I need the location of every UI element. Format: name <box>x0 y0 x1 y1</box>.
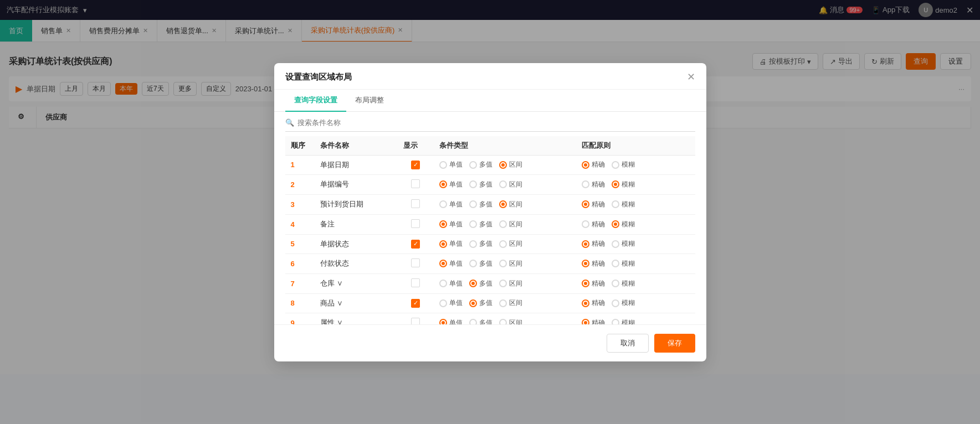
radio-button[interactable] <box>469 180 477 188</box>
type-radio-label[interactable]: 多值 <box>469 279 492 288</box>
radio-button[interactable] <box>582 260 589 267</box>
checkbox[interactable] <box>411 240 420 249</box>
radio-button[interactable] <box>612 220 619 228</box>
radio-button[interactable] <box>499 240 507 248</box>
dialog-tab-field-settings[interactable]: 查询字段设置 <box>285 90 346 112</box>
radio-button[interactable] <box>439 200 447 208</box>
type-radio-label[interactable]: 区间 <box>499 259 522 268</box>
search-input[interactable] <box>297 118 408 127</box>
type-radio-label[interactable]: 多值 <box>469 318 492 324</box>
save-button[interactable]: 保存 <box>654 334 695 353</box>
radio-button[interactable] <box>612 200 619 208</box>
radio-button[interactable] <box>439 180 447 188</box>
match-radio-label[interactable]: 精确 <box>582 259 605 268</box>
match-radio-label[interactable]: 精确 <box>582 180 605 189</box>
radio-button[interactable] <box>439 161 447 169</box>
radio-button[interactable] <box>612 161 619 169</box>
checkbox[interactable] <box>411 318 420 324</box>
match-radio-label[interactable]: 模糊 <box>612 200 635 209</box>
type-radio-label[interactable]: 区间 <box>499 220 522 229</box>
row-show-checkbox[interactable] <box>398 214 433 234</box>
type-radio-label[interactable]: 区间 <box>499 239 522 249</box>
radio-button[interactable] <box>499 260 507 267</box>
row-show-checkbox[interactable] <box>398 273 433 293</box>
radio-button[interactable] <box>582 280 589 287</box>
match-radio-label[interactable]: 精确 <box>582 279 605 288</box>
match-radio-label[interactable]: 模糊 <box>612 180 635 189</box>
radio-button[interactable] <box>499 180 507 188</box>
type-radio-label[interactable]: 多值 <box>469 239 492 249</box>
row-show-checkbox[interactable] <box>398 293 433 313</box>
match-radio-label[interactable]: 模糊 <box>612 259 635 268</box>
type-radio-label[interactable]: 单值 <box>439 220 463 229</box>
radio-button[interactable] <box>582 200 589 208</box>
row-show-checkbox[interactable] <box>398 234 433 254</box>
type-radio-label[interactable]: 多值 <box>469 160 492 169</box>
radio-button[interactable] <box>499 200 507 208</box>
match-radio-label[interactable]: 精确 <box>582 318 605 324</box>
radio-button[interactable] <box>582 180 589 188</box>
row-show-checkbox[interactable] <box>398 155 433 174</box>
match-radio-label[interactable]: 精确 <box>582 298 605 308</box>
match-radio-label[interactable]: 模糊 <box>612 160 635 169</box>
type-radio-label[interactable]: 单值 <box>439 200 463 209</box>
cancel-button[interactable]: 取消 <box>607 334 649 353</box>
radio-button[interactable] <box>582 240 589 248</box>
match-radio-label[interactable]: 精确 <box>582 220 605 229</box>
radio-button[interactable] <box>582 161 589 169</box>
radio-button[interactable] <box>469 220 477 228</box>
radio-button[interactable] <box>612 319 619 324</box>
type-radio-label[interactable]: 区间 <box>499 298 522 308</box>
match-radio-label[interactable]: 模糊 <box>612 298 635 308</box>
radio-button[interactable] <box>439 220 447 228</box>
checkbox[interactable] <box>411 278 420 287</box>
radio-button[interactable] <box>582 319 589 324</box>
radio-button[interactable] <box>499 319 507 324</box>
match-radio-label[interactable]: 模糊 <box>612 279 635 288</box>
type-radio-label[interactable]: 单值 <box>439 259 463 268</box>
match-radio-label[interactable]: 模糊 <box>612 239 635 249</box>
match-radio-label[interactable]: 精确 <box>582 160 605 169</box>
radio-button[interactable] <box>469 161 477 169</box>
radio-button[interactable] <box>612 280 619 287</box>
row-show-checkbox[interactable] <box>398 194 433 214</box>
radio-button[interactable] <box>582 299 589 307</box>
type-radio-label[interactable]: 多值 <box>469 220 492 229</box>
type-radio-label[interactable]: 单值 <box>439 318 463 324</box>
radio-button[interactable] <box>439 280 447 287</box>
type-radio-label[interactable]: 区间 <box>499 318 522 324</box>
match-radio-label[interactable]: 模糊 <box>612 220 635 229</box>
match-radio-label[interactable]: 精确 <box>582 200 605 209</box>
checkbox[interactable] <box>411 299 420 308</box>
radio-button[interactable] <box>612 260 619 267</box>
row-show-checkbox[interactable] <box>398 254 433 273</box>
checkbox[interactable] <box>411 179 420 188</box>
radio-button[interactable] <box>439 319 447 324</box>
dialog-close-button[interactable]: ✕ <box>687 72 695 82</box>
row-show-checkbox[interactable] <box>398 313 433 324</box>
checkbox[interactable] <box>411 199 420 208</box>
type-radio-label[interactable]: 多值 <box>469 180 492 189</box>
checkbox[interactable] <box>411 258 420 267</box>
radio-button[interactable] <box>499 220 507 228</box>
radio-button[interactable] <box>469 260 477 267</box>
radio-button[interactable] <box>439 260 447 267</box>
type-radio-label[interactable]: 单值 <box>439 298 463 308</box>
match-radio-label[interactable]: 模糊 <box>612 318 635 324</box>
radio-button[interactable] <box>612 299 619 307</box>
dialog-tab-layout[interactable]: 布局调整 <box>346 90 393 112</box>
type-radio-label[interactable]: 单值 <box>439 160 463 169</box>
checkbox[interactable] <box>411 161 420 169</box>
radio-button[interactable] <box>612 180 619 188</box>
type-radio-label[interactable]: 多值 <box>469 298 492 308</box>
radio-button[interactable] <box>469 240 477 248</box>
type-radio-label[interactable]: 多值 <box>469 259 492 268</box>
type-radio-label[interactable]: 区间 <box>499 200 522 209</box>
type-radio-label[interactable]: 单值 <box>439 180 463 189</box>
type-radio-label[interactable]: 区间 <box>499 160 522 169</box>
radio-button[interactable] <box>469 299 477 307</box>
type-radio-label[interactable]: 多值 <box>469 200 492 209</box>
radio-button[interactable] <box>439 240 447 248</box>
row-show-checkbox[interactable] <box>398 174 433 194</box>
checkbox[interactable] <box>411 219 420 228</box>
